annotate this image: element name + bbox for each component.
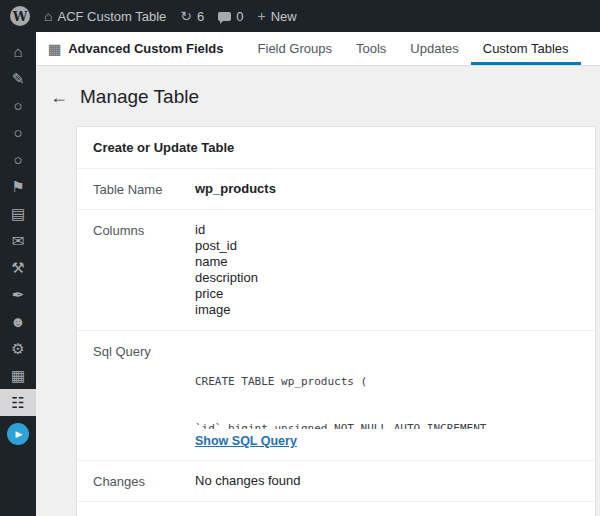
home-icon: ⌂ [44, 8, 52, 24]
posts-icon: ✎ [12, 70, 25, 88]
wrench-icon: ⚙ [11, 340, 24, 358]
comments-icon [218, 12, 231, 21]
tab-updates[interactable]: Updates [398, 32, 470, 65]
acf-logo-icon: ▦ [48, 41, 61, 57]
sidebar-item-users[interactable]: ☻ [0, 308, 36, 335]
plus-icon: + [258, 8, 266, 24]
grid-icon: ▦ [11, 367, 25, 385]
sidebar-item-appearance[interactable]: ⚑ [0, 173, 36, 200]
pages-icon: ▤ [11, 205, 25, 223]
sql-query-row: Sql Query CREATE TABLE wp_products ( `id… [77, 331, 595, 461]
admin-bar: W ⌂ ACF Custom Table ↻ 6 0 + New [0, 0, 600, 32]
brush-icon: ✒ [12, 286, 25, 304]
plugins-icon: ⚒ [11, 259, 24, 277]
column-name: image [195, 302, 579, 318]
sidebar-item-acf-custom-tables[interactable]: ☷ [0, 389, 36, 416]
sql-query-code: CREATE TABLE wp_products ( `id` bigint u… [195, 343, 579, 429]
acf-brand: ▦ Advanced Custom Fields [48, 32, 224, 65]
page-title: Manage Table [80, 86, 199, 108]
column-name: description [195, 270, 579, 286]
back-arrow-icon[interactable]: ← [50, 88, 68, 106]
create-update-table-card: Create or Update Table Table Name wp_pro… [76, 126, 596, 516]
new-content-link[interactable]: + New [258, 8, 297, 24]
columns-label: Columns [93, 222, 183, 318]
sql-line: `id` bigint unsigned NOT NULL AUTO_INCRE… [195, 421, 579, 430]
sidebar-item-tools[interactable]: ⚙ [0, 335, 36, 362]
site-name-link[interactable]: ⌂ ACF Custom Table [44, 8, 166, 24]
main-content: ▦ Advanced Custom Fields Field Groups To… [36, 32, 600, 516]
tab-tools[interactable]: Tools [344, 32, 398, 65]
sidebar-item-collapse[interactable]: ▶ [0, 420, 36, 447]
site-name-label: ACF Custom Table [57, 9, 166, 24]
button-row: ▶ Update Table [77, 502, 595, 516]
comments-bubble-icon: ✉ [12, 232, 25, 250]
tab-field-groups[interactable]: Field Groups [246, 32, 344, 65]
acf-brand-label: Advanced Custom Fields [68, 41, 223, 56]
updates-count: 6 [197, 9, 204, 24]
show-sql-query-link[interactable]: Show SQL Query [195, 434, 297, 448]
admin-sidebar: ⌂ ✎ ○ ○ ○ ⚑ ▤ ✉ ⚒ ✒ ☻ ⚙ ▦ ☷ ▶ [0, 32, 36, 516]
changes-value: No changes found [195, 473, 579, 489]
comments-link[interactable]: 0 [218, 9, 243, 24]
table-name-value: wp_products [195, 181, 579, 197]
plugin-header: ▦ Advanced Custom Fields Field Groups To… [36, 32, 600, 66]
sidebar-item-posts[interactable]: ✎ [0, 65, 36, 92]
wordpress-logo-icon: W [10, 6, 30, 26]
plugin-tabs: Field Groups Tools Updates Custom Tables [246, 32, 581, 65]
comments-count: 0 [236, 9, 243, 24]
sidebar-item-themes[interactable]: ✒ [0, 281, 36, 308]
columns-row: Columns id post_id name description pric… [77, 210, 595, 331]
column-name: name [195, 254, 579, 270]
columns-value: id post_id name description price image [195, 222, 579, 318]
sidebar-item-pages[interactable]: ▤ [0, 200, 36, 227]
sql-query-label: Sql Query [93, 343, 183, 448]
table-name-row: Table Name wp_products [77, 169, 595, 210]
play-icon: ▶ [16, 429, 23, 439]
wordpress-menu[interactable]: W [10, 6, 30, 26]
table-name-label: Table Name [93, 181, 183, 197]
circle-icon: ○ [13, 124, 22, 141]
sidebar-item-media[interactable]: ○ [0, 92, 36, 119]
updates-link[interactable]: ↻ 6 [180, 8, 204, 24]
tab-custom-tables[interactable]: Custom Tables [471, 32, 581, 65]
page-title-row: ← Manage Table [36, 66, 600, 114]
changes-row: Changes No changes found [77, 461, 595, 502]
changes-label: Changes [93, 473, 183, 489]
sidebar-item-settings[interactable]: ▦ [0, 362, 36, 389]
sidebar-item-dashboard[interactable]: ⌂ [0, 38, 36, 65]
updates-icon: ↻ [180, 8, 192, 24]
user-icon: ☻ [10, 313, 26, 330]
sidebar-item-cpt1[interactable]: ○ [0, 119, 36, 146]
table-icon: ☷ [11, 394, 24, 412]
dashboard-icon: ⌂ [13, 43, 22, 60]
appearance-icon: ⚑ [11, 178, 24, 196]
column-name: price [195, 286, 579, 302]
media-icon: ○ [13, 97, 22, 114]
sidebar-item-cpt2[interactable]: ○ [0, 146, 36, 173]
sidebar-item-comments[interactable]: ✉ [0, 227, 36, 254]
card-title: Create or Update Table [77, 127, 595, 169]
sidebar-item-plugins[interactable]: ⚒ [0, 254, 36, 281]
circle-icon: ○ [13, 151, 22, 168]
sql-line: CREATE TABLE wp_products ( [195, 374, 579, 390]
column-name: id [195, 222, 579, 238]
column-name: post_id [195, 238, 579, 254]
new-label: New [271, 9, 297, 24]
